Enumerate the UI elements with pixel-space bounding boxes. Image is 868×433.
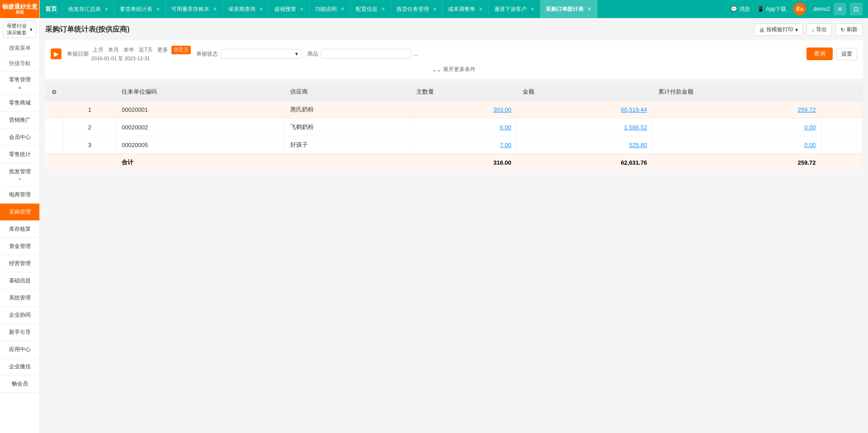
row-settings <box>45 119 63 136</box>
close-icon[interactable]: ✕ <box>340 6 344 12</box>
sidebar-item-sys-manage[interactable]: 系统管理 <box>0 290 39 307</box>
sidebar-item-enterprise-wechat[interactable]: 企业微信 <box>0 358 39 376</box>
sidebar-item-retail-shop[interactable]: 零售商城 <box>0 95 39 112</box>
close-icon[interactable]: ✕ <box>259 6 263 12</box>
status-select[interactable]: ▾ <box>221 49 302 59</box>
pick-task-label: 拣货任务管理 <box>396 5 429 13</box>
config-info-label: 配置信息 <box>356 5 377 13</box>
expand-more-row[interactable]: ⌄⌄ 展开更多条件 <box>51 62 857 73</box>
sidebar-item-member[interactable]: 会员中心 <box>0 129 39 146</box>
row-amount[interactable]: 525.80 <box>517 136 653 154</box>
user-avatar[interactable]: Ea <box>793 3 806 15</box>
sidebar-item-finance[interactable]: 资金管理 <box>0 238 39 255</box>
close-icon[interactable]: ✕ <box>433 6 437 12</box>
query-button[interactable]: 查询 <box>807 48 833 60</box>
sidebar-item-enterprise[interactable]: 企业协同 <box>0 307 39 324</box>
tab-expiry-query[interactable]: 保质期查询 ✕ <box>223 0 269 18</box>
row-paid-amount[interactable]: 0.00 <box>653 136 821 154</box>
tab-collect-summary[interactable]: 收发存汇总表 ✕ <box>63 0 114 18</box>
sidebar-item-marketing[interactable]: 营销推广 <box>0 112 39 129</box>
sidebar-item-newbie[interactable]: 新手引导 <box>0 324 39 341</box>
home-tab-label: 首页 <box>45 5 57 13</box>
row-amount[interactable]: 1,586.52 <box>517 119 653 136</box>
function-desc-label: 功能说明 <box>315 5 337 13</box>
row-main-qty[interactable]: 7.00 <box>411 136 517 154</box>
tab-available-inventory[interactable]: 可用量库存账本 ✕ <box>166 0 223 18</box>
sidebar-item-vip[interactable]: 畅会员 <box>0 376 39 393</box>
close-icon[interactable]: ✕ <box>156 6 160 12</box>
table-body: 1 00020001 惠氏奶粉 303.00 60,519.44 259.72 … <box>45 101 863 154</box>
table-header-row: ⚙ 往来单位编码 供应商 主数量 金额 累计付款金额 <box>45 83 863 101</box>
close-window-btn[interactable]: ✕ <box>834 3 846 15</box>
message-btn[interactable]: 💬 消息 <box>731 5 750 13</box>
app-edition: 标版 <box>2 10 38 15</box>
sys-manage-label: 系统管理 <box>9 294 31 302</box>
tab-goods-stats[interactable]: 要货单统计表 ✕ <box>114 0 166 18</box>
sidebar-item-app-center[interactable]: 应用中心 <box>0 341 39 358</box>
sidebar-item-basic-info[interactable]: 基础信息 <box>0 272 39 290</box>
restore-window-btn[interactable]: ⊡ <box>850 3 863 15</box>
more-fields-btn[interactable]: ... <box>414 51 419 57</box>
filter-toggle-button[interactable]: ▶ <box>51 48 61 59</box>
status-label: 单据状态 <box>196 50 218 58</box>
goods-input[interactable] <box>321 49 411 59</box>
export-button[interactable]: ↓ 导出 <box>807 24 832 36</box>
refresh-button[interactable]: ↻ 刷新 <box>835 24 863 36</box>
sidebar-item-retail-stats[interactable]: 零售统计 <box>0 146 39 163</box>
template-print-button[interactable]: 🖨 按模板打印 ▾ <box>754 24 803 36</box>
tab-overstock-warning[interactable]: 超储预警 ✕ <box>269 0 310 18</box>
row-main-qty[interactable]: 303.00 <box>411 101 517 119</box>
table-panel: ⚙ 往来单位编码 供应商 主数量 金额 累计付款金额 1 00020001 惠氏… <box>45 83 863 171</box>
date-last-7-days[interactable]: 近7天 <box>137 46 154 54</box>
tab-pick-task[interactable]: 拣货任务管理 ✕ <box>391 0 443 18</box>
col-paid-amount: 累计付款金额 <box>653 83 821 101</box>
col-settings[interactable]: ⚙ <box>45 83 63 101</box>
sidebar-item-ecommerce[interactable]: 电商管理 <box>0 186 39 204</box>
row-paid-amount[interactable]: 0.00 <box>653 119 821 136</box>
close-icon[interactable]: ✕ <box>479 6 483 12</box>
account-dropdown[interactable]: 母婴行业演示账套 ▾ <box>3 21 37 38</box>
sidebar-item-quick-nav[interactable]: 快捷导航 <box>0 56 39 71</box>
close-icon[interactable]: ✕ <box>381 6 385 12</box>
date-this-month[interactable]: 本月 <box>107 46 120 54</box>
close-icon[interactable]: ✕ <box>213 6 217 12</box>
tab-config-info[interactable]: 配置信息 ✕ <box>350 0 391 18</box>
date-shortcuts: 上月 本月 本年 近7天 更多 自定义 <box>91 46 191 54</box>
goods-stats-label: 要货单统计表 <box>120 5 152 13</box>
app-logo: 畅捷通好生意 标版 <box>0 0 39 18</box>
row-main-qty[interactable]: 6.00 <box>411 119 517 136</box>
sidebar-item-search[interactable]: 搜索菜单 <box>0 41 39 56</box>
row-seq: 2 <box>63 119 116 136</box>
close-icon[interactable]: ✕ <box>530 6 534 12</box>
sidebar-item-retail-manage[interactable]: 零售管理 ▲ <box>0 71 39 95</box>
date-more[interactable]: 更多 <box>156 46 170 54</box>
tab-invite-downstream[interactable]: 邀请下游客户 ✕ <box>489 0 540 18</box>
refresh-icon: ↻ <box>840 27 845 33</box>
col-extra <box>821 83 863 101</box>
sidebar-item-ops[interactable]: 经营管理 <box>0 255 39 272</box>
page-content: 采购订单统计表(按供应商) 🖨 按模板打印 ▾ ↓ 导出 ↻ 刷新 <box>40 18 868 433</box>
enterprise-label: 企业协同 <box>9 311 31 319</box>
tab-function-desc[interactable]: 功能说明 ✕ <box>310 0 350 18</box>
row-amount[interactable]: 60,519.44 <box>517 101 653 119</box>
app-download-btn[interactable]: 📱 App下载 <box>757 5 786 13</box>
sidebar-item-purchase[interactable]: 采购管理 <box>0 204 39 221</box>
page-title: 采购订单统计表(按供应商) <box>45 25 130 34</box>
tab-home[interactable]: 首页 <box>40 0 63 18</box>
date-this-year[interactable]: 本年 <box>122 46 136 54</box>
close-icon[interactable]: ✕ <box>104 6 108 12</box>
tab-cost-adjust[interactable]: 成本调整单 ✕ <box>443 0 489 18</box>
sidebar-item-inventory[interactable]: 库存核算 <box>0 221 39 238</box>
right-arrow-icon: ▶ <box>54 50 59 57</box>
tab-purchase-stats[interactable]: 采购订单统计表 ✕ <box>540 0 597 18</box>
close-icon[interactable]: ✕ <box>587 6 591 12</box>
date-custom-badge[interactable]: 自定义 <box>171 46 191 54</box>
date-last-month[interactable]: 上月 <box>91 46 105 54</box>
settings-button[interactable]: 设置 <box>836 48 857 60</box>
row-paid-amount[interactable]: 259.72 <box>653 101 821 119</box>
col-unit-code: 往来单位编码 <box>116 83 285 101</box>
sidebar-item-wholesale[interactable]: 批发管理 ▾ <box>0 163 39 186</box>
close-icon[interactable]: ✕ <box>300 6 304 12</box>
footer-seq <box>63 154 116 171</box>
settings-icon[interactable]: ⚙ <box>52 89 57 95</box>
